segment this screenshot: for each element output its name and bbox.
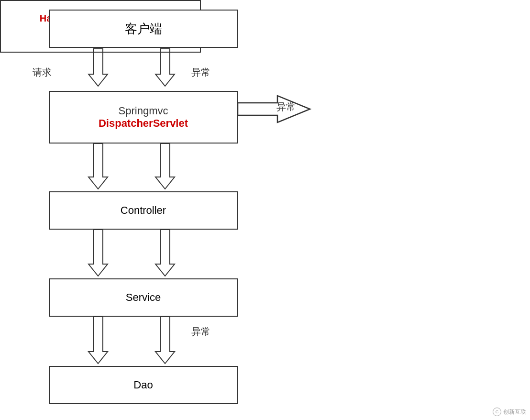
request-label: 请求 <box>33 66 52 79</box>
service-label: Service <box>126 291 161 304</box>
exception-label-right: 异常 <box>276 100 296 113</box>
watermark: C 创新互联 <box>493 408 526 416</box>
diagram: 客户端 Springmvc DispatcherServlet Controll… <box>0 0 530 420</box>
dao-label: Dao <box>133 379 153 391</box>
svg-marker-3 <box>155 144 175 189</box>
client-label: 客户端 <box>125 21 162 37</box>
svg-marker-8 <box>238 96 310 122</box>
watermark-icon-text: C <box>496 409 499 414</box>
dispatcher-box: Springmvc DispatcherServlet <box>49 91 238 144</box>
dispatcher-line2: DispatcherServlet <box>99 117 188 130</box>
svg-marker-0 <box>88 49 108 86</box>
arrow-up-service-controller <box>155 230 175 276</box>
arrow-down-request <box>88 49 108 86</box>
svg-marker-6 <box>88 317 108 364</box>
controller-label: Controller <box>121 204 166 217</box>
svg-marker-7 <box>155 317 175 364</box>
controller-box: Controller <box>49 191 238 230</box>
svg-marker-1 <box>155 49 175 86</box>
watermark-text: 创新互联 <box>503 408 526 416</box>
arrow-down-service-dao <box>88 317 108 364</box>
arrow-down-controller-service <box>88 230 108 276</box>
svg-marker-4 <box>88 230 108 276</box>
svg-marker-5 <box>155 230 175 276</box>
arrow-up-dao-service <box>155 317 175 364</box>
exception-label-bottom: 异常 <box>191 325 210 338</box>
arrow-down-dispatcher-controller <box>88 144 108 189</box>
arrow-up-exception-top <box>155 49 175 86</box>
client-box: 客户端 <box>49 10 238 48</box>
dao-box: Dao <box>49 366 238 404</box>
arrow-right-to-handler <box>238 96 310 122</box>
service-box: Service <box>49 278 238 317</box>
exception-label-top: 异常 <box>191 66 210 79</box>
watermark-icon: C <box>493 408 501 416</box>
dispatcher-line1: Springmvc <box>119 105 168 117</box>
svg-marker-2 <box>88 144 108 189</box>
arrow-up-controller-dispatcher <box>155 144 175 189</box>
